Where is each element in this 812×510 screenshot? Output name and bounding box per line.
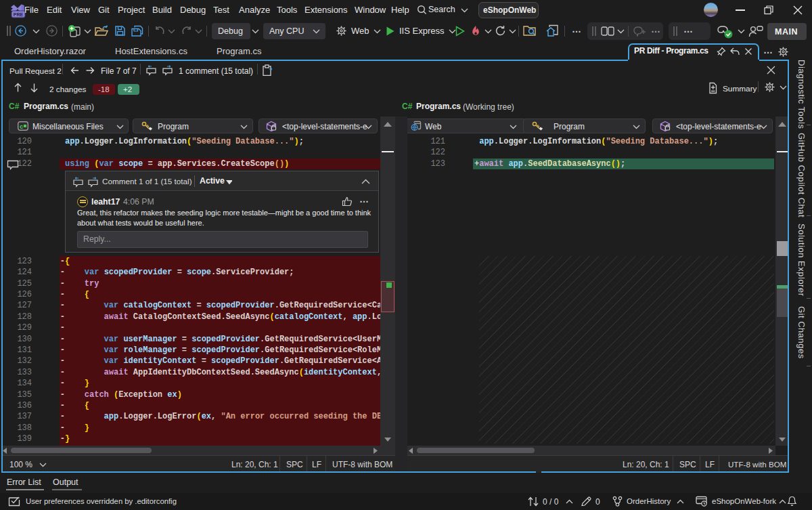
svg-text:PRE: PRE <box>14 12 24 17</box>
